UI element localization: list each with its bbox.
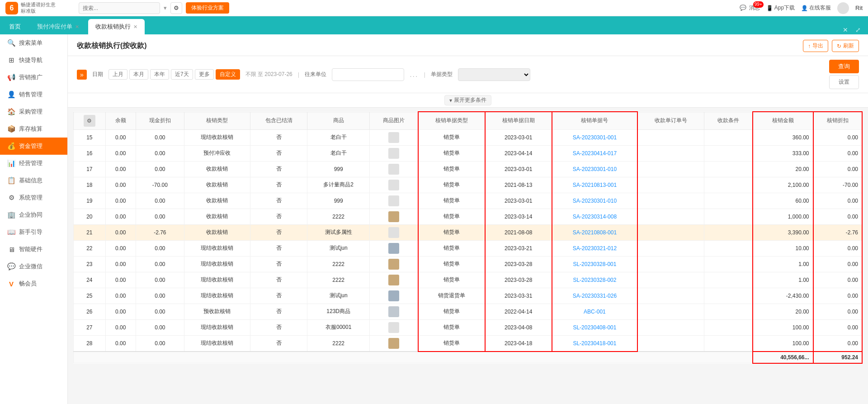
sidebar-item-search[interactable]: 🔍 搜索菜单 (0, 34, 67, 52)
date-btn-last-month[interactable]: 上月 (108, 69, 127, 80)
sidebar-item-finance[interactable]: 💰 资金管理 (0, 138, 67, 155)
cell-verify-type: 预收款核销 (184, 304, 250, 319)
cell-id: 26 (74, 304, 106, 319)
cell-verify-type: 收款核销 (184, 209, 250, 224)
bill-no-link[interactable]: SA-20210808-001 (573, 229, 617, 236)
cell-product: 2222 (307, 335, 369, 352)
cell-bill-no[interactable]: SA-20230331-026 (552, 288, 638, 304)
export-btn[interactable]: ↑ 导出 (803, 40, 828, 52)
cell-bill-no[interactable]: SA-20230301-001 (552, 129, 638, 145)
tab-verify-close[interactable]: ✕ (133, 24, 137, 30)
bill-no-link[interactable]: SA-20230301-010 (573, 166, 617, 172)
cell-bill-no[interactable]: SL-20230328-001 (552, 256, 638, 272)
cell-bill-no[interactable]: SA-20230321-012 (552, 240, 638, 256)
user-avatar[interactable] (837, 2, 849, 14)
filter-expand-btn[interactable]: » (77, 70, 87, 80)
bill-no-link[interactable]: ABC-001 (584, 309, 606, 315)
cell-bill-no[interactable]: SL-20230328-002 (552, 272, 638, 288)
cell-id: 15 (74, 129, 106, 145)
cell-include-cleared: 否 (250, 224, 307, 240)
cell-bill-no[interactable]: SL-20230408-001 (552, 319, 638, 335)
cell-bill-no[interactable]: SA-20230314-008 (552, 209, 638, 224)
sidebar-item-member[interactable]: V 畅会员 (0, 275, 67, 292)
tab-home[interactable]: 首页 (2, 19, 28, 34)
col-include-cleared: 包含已结清 (250, 112, 307, 129)
cell-bill-date: 2021-08-13 (485, 177, 552, 193)
cell-verify-discount: 0.00 (813, 193, 862, 209)
top-search-input[interactable] (79, 2, 160, 14)
message-icon-wrap[interactable]: 💬 99+ 消息 (740, 4, 760, 12)
cell-include-cleared: 否 (250, 240, 307, 256)
settings-icon[interactable]: ⚙ (170, 2, 182, 14)
cell-bill-no[interactable]: SA-20230414-017 (552, 145, 638, 161)
table-row: 16 0.00 0.00 预付冲应收 否 老白干 销货单 2023-04-14 … (74, 145, 863, 161)
cell-bill-no[interactable]: SA-20210813-001 (552, 177, 638, 193)
cell-product-img (369, 193, 418, 209)
col-bill-no: 核销单据号 (552, 112, 638, 129)
cell-bill-type: 销货单 (418, 161, 485, 177)
bill-no-link[interactable]: SA-20230331-026 (573, 293, 617, 299)
member-icon: V (7, 280, 15, 288)
cell-bill-no[interactable]: SA-20230301-010 (552, 193, 638, 209)
sidebar-item-hardware[interactable]: 🖥 智能硬件 (0, 241, 67, 258)
bill-no-link[interactable]: SA-20210813-001 (573, 182, 617, 188)
cell-bill-no[interactable]: SA-20230301-010 (552, 161, 638, 177)
refresh-btn[interactable]: ↻ 刷新 (832, 40, 859, 52)
table-area[interactable]: ⚙ 余额 现金折扣 核销类型 包含已结清 商品 商品图片 核销单据类型 核销单据… (68, 108, 868, 404)
bill-no-link[interactable]: SA-20230314-008 (573, 214, 617, 220)
cell-bill-no[interactable]: SA-20210808-001 (552, 224, 638, 240)
bill-no-link[interactable]: SL-20230328-001 (573, 261, 616, 267)
close-win-btn[interactable]: ✕ (841, 25, 850, 34)
date-btn-7days[interactable]: 近7天 (171, 69, 193, 80)
sidebar-item-purchase[interactable]: 🏠 采购管理 (0, 103, 67, 120)
bill-no-link[interactable]: SA-20230301-001 (573, 134, 617, 141)
cell-product-img (369, 161, 418, 177)
tab-verify[interactable]: 收款核销执行 ✕ (88, 19, 145, 34)
cell-include-cleared: 否 (250, 288, 307, 304)
sidebar-item-corp[interactable]: 🏢 企业协同 (0, 206, 67, 223)
sidebar-item-guide[interactable]: 📖 新手引导 (0, 223, 67, 241)
expand-more-btn[interactable]: ▾ 展开更多条件 (444, 95, 491, 105)
cell-bill-type: 销货单 (418, 177, 485, 193)
maximize-win-btn[interactable]: ⤢ (854, 25, 863, 34)
query-btn[interactable]: 查询 (829, 60, 859, 73)
bill-no-link[interactable]: SL-20230328-002 (573, 277, 616, 283)
dropdown-icon[interactable]: ▾ (164, 5, 167, 11)
col-gear[interactable]: ⚙ (74, 112, 106, 129)
cell-verify-type: 现结收款核销 (184, 335, 250, 352)
bill-type-select[interactable] (458, 68, 530, 81)
sidebar-item-marketing[interactable]: 📢 营销推广 (0, 69, 67, 86)
tab-prepay[interactable]: 预付冲应付单 ✕ (30, 19, 86, 34)
cell-bill-no[interactable]: ABC-001 (552, 304, 638, 319)
date-btn-custom[interactable]: 自定义 (216, 69, 240, 80)
sidebar-item-inventory[interactable]: 📦 库存核算 (0, 120, 67, 138)
cell-bill-no[interactable]: SL-20230418-001 (552, 335, 638, 352)
online-service[interactable]: 👤 在线客服 (801, 4, 831, 12)
cell-balance: 0.00 (105, 256, 136, 272)
tab-prepay-close[interactable]: ✕ (75, 24, 79, 30)
bill-no-link[interactable]: SL-20230418-001 (573, 340, 616, 347)
date-btn-this-month[interactable]: 本月 (129, 69, 148, 80)
from-unit-input[interactable] (332, 68, 404, 81)
date-btn-more[interactable]: 更多 (195, 69, 214, 80)
col-product-img: 商品图片 (369, 112, 418, 129)
col-settings-icon[interactable]: ⚙ (84, 115, 95, 127)
table-row: 19 0.00 0.00 收款核销 否 999 销货单 2023-03-01 S… (74, 193, 863, 209)
app-download[interactable]: 📱 App下载 (766, 4, 795, 12)
sidebar-item-wechat[interactable]: 💬 企业微信 (0, 258, 67, 275)
cell-verify-amount: 333.00 (753, 145, 813, 161)
sidebar-item-quicknav[interactable]: ⊞ 快捷导航 (0, 52, 67, 69)
date-btn-this-year[interactable]: 本年 (150, 69, 169, 80)
bill-no-link[interactable]: SA-20230301-010 (573, 198, 617, 204)
bill-no-link[interactable]: SA-20230321-012 (573, 245, 617, 252)
bill-no-link[interactable]: SA-20230414-017 (573, 150, 617, 157)
sidebar-item-basic[interactable]: 📋 基础信息 (0, 172, 67, 189)
settings-btn[interactable]: 设置 (829, 75, 859, 89)
industry-btn[interactable]: 体验行业方案 (186, 2, 229, 14)
sidebar-item-business[interactable]: 📊 经营管理 (0, 155, 67, 172)
cell-receipt-order (637, 177, 704, 193)
sidebar-item-system[interactable]: ⚙ 系统管理 (0, 189, 67, 206)
cell-receipt-condition (704, 240, 753, 256)
sidebar-item-sales[interactable]: 👤 销售管理 (0, 86, 67, 103)
bill-no-link[interactable]: SL-20230408-001 (573, 324, 616, 331)
